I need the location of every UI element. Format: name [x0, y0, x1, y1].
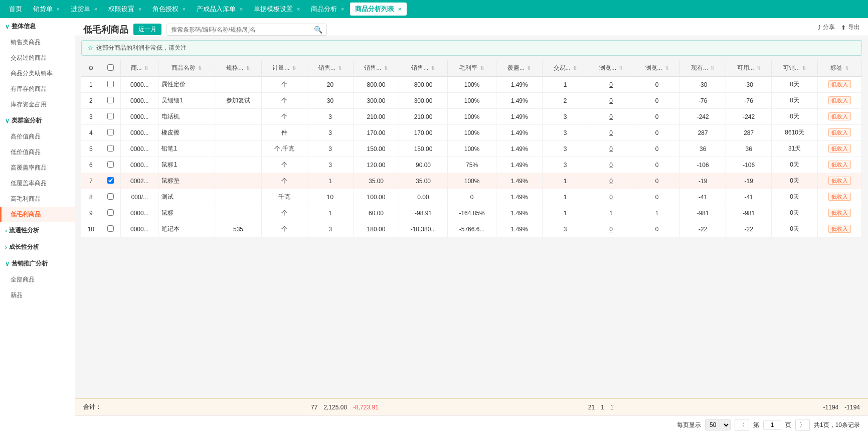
browse1-link[interactable]: 0 [609, 178, 613, 185]
row-check[interactable] [107, 209, 114, 216]
row-checkbox[interactable] [101, 173, 120, 189]
row-checkbox[interactable] [101, 141, 120, 157]
sidebar-group-growth[interactable]: › 成长性分析 [0, 239, 75, 255]
page-number-input[interactable] [763, 420, 781, 430]
share-button[interactable]: ⤴ 分享 [818, 23, 835, 32]
nav-permissions-close[interactable]: × [138, 6, 141, 12]
nav-purchase[interactable]: 进货单 × [66, 3, 102, 16]
nav-product-entry-close[interactable]: × [240, 6, 243, 12]
sidebar-item-low-margin[interactable]: 低毛利商品 [0, 207, 75, 222]
browse1-link[interactable]: 0 [609, 162, 613, 169]
filter-recent-month[interactable]: 近一月 [133, 24, 161, 35]
nav-purchase-close[interactable]: × [94, 6, 97, 12]
sidebar-group-liquidity[interactable]: › 流通性分析 [0, 222, 75, 239]
sidebar-item-sales-goods[interactable]: 销售类商品 [0, 35, 75, 50]
row-browse1[interactable]: 0 [588, 173, 634, 189]
nav-sales[interactable]: 销货单 × [28, 3, 65, 16]
col-current-stock[interactable]: 现有... ⇅ [680, 60, 726, 77]
sidebar-item-category-sales[interactable]: 商品分类助销率 [0, 66, 75, 81]
sidebar-item-traded-goods[interactable]: 交易过的商品 [0, 50, 75, 66]
browse1-link[interactable]: 0 [609, 129, 613, 136]
row-browse1[interactable]: 0 [588, 77, 634, 93]
nav-template-close[interactable]: × [297, 6, 300, 12]
sidebar-item-all-goods[interactable]: 全部商品 [0, 272, 75, 287]
nav-product-entry[interactable]: 产成品入库单 × [192, 3, 248, 16]
sidebar-item-low-value[interactable]: 低价值商品 [0, 144, 75, 160]
browse1-link[interactable]: 1 [609, 210, 613, 217]
nav-analysis-list-close[interactable]: × [398, 6, 401, 12]
row-checkbox[interactable] [101, 205, 120, 221]
nav-analysis[interactable]: 商品分析 × [306, 3, 349, 16]
row-check[interactable] [107, 193, 114, 200]
col-tag[interactable]: 标签 ⇅ [817, 60, 861, 77]
col-coverage[interactable]: 覆盖... ⇅ [496, 60, 543, 77]
sidebar-item-inventory-capital[interactable]: 库存资金占用 [0, 97, 75, 112]
row-checkbox[interactable] [101, 221, 120, 237]
search-input[interactable] [171, 26, 314, 33]
nav-analysis-close[interactable]: × [341, 6, 344, 12]
row-checkbox[interactable] [101, 189, 120, 205]
nav-analysis-list[interactable]: 商品分析列表 × [350, 3, 406, 16]
row-browse1[interactable]: 0 [588, 93, 634, 109]
nav-home[interactable]: 首页 [4, 3, 27, 16]
row-checkbox[interactable] [101, 157, 120, 173]
col-available[interactable]: 可用... ⇅ [726, 60, 772, 77]
sidebar-item-high-margin[interactable]: 高毛利商品 [0, 191, 75, 207]
col-sellable[interactable]: 可销... ⇅ [772, 60, 818, 77]
col-browse2[interactable]: 浏览... ⇅ [634, 60, 680, 77]
nav-roles-close[interactable]: × [183, 6, 186, 12]
row-check[interactable] [107, 97, 114, 103]
row-check[interactable] [107, 145, 114, 152]
browse1-link[interactable]: 0 [609, 113, 613, 120]
row-browse1[interactable]: 0 [588, 141, 634, 157]
row-check[interactable] [107, 81, 114, 87]
sidebar-group-cluster[interactable]: ∨ 类群室分析 [0, 112, 75, 129]
nav-template[interactable]: 单据模板设置 × [249, 3, 305, 16]
sidebar-item-high-coverage[interactable]: 高覆盖率商品 [0, 160, 75, 176]
sidebar-group-marketing[interactable]: ∨ 营销推广分析 [0, 255, 75, 272]
row-browse1[interactable]: 0 [588, 157, 634, 173]
row-checkbox[interactable] [101, 93, 120, 109]
select-all-checkbox[interactable] [107, 64, 114, 71]
row-check[interactable] [107, 129, 114, 135]
col-spec[interactable]: 规格... ⇅ [215, 60, 262, 77]
col-settings[interactable]: ⚙ [81, 60, 101, 77]
row-checkbox[interactable] [101, 77, 120, 93]
nav-sales-close[interactable]: × [57, 6, 60, 12]
col-sales-profit[interactable]: 销售... ⇅ [399, 60, 448, 77]
row-checkbox[interactable] [101, 125, 120, 141]
sidebar-item-low-coverage[interactable]: 低覆盖率商品 [0, 176, 75, 191]
col-name[interactable]: 商品名称 ⇅ [158, 60, 215, 77]
row-check[interactable] [107, 225, 114, 232]
export-button[interactable]: ⬆ 导出 [841, 23, 860, 32]
nav-permissions[interactable]: 权限设置 × [103, 3, 146, 16]
page-size-select[interactable]: 50 20 100 [705, 419, 731, 430]
browse1-link[interactable]: 0 [609, 81, 613, 88]
browse1-link[interactable]: 0 [609, 226, 613, 233]
row-browse1[interactable]: 0 [588, 109, 634, 125]
row-browse1[interactable]: 0 [588, 125, 634, 141]
browse1-link[interactable]: 0 [609, 97, 613, 104]
row-checkbox[interactable] [101, 109, 120, 125]
nav-roles[interactable]: 角色授权 × [147, 3, 191, 16]
col-gross-margin[interactable]: 毛利率 ⇅ [447, 60, 496, 77]
browse1-link[interactable]: 0 [609, 146, 613, 153]
row-browse1[interactable]: 0 [588, 189, 634, 205]
col-sales-qty[interactable]: 销售... ⇅ [307, 60, 354, 77]
search-icon[interactable]: 🔍 [314, 26, 322, 34]
prev-page-button[interactable]: 〈 [735, 419, 749, 431]
browse1-link[interactable]: 0 [609, 194, 613, 201]
row-check[interactable] [107, 161, 114, 168]
col-checkbox[interactable] [101, 60, 120, 77]
row-check[interactable] [107, 113, 114, 119]
sidebar-group-overall[interactable]: ∨ 整体信息 [0, 18, 75, 35]
col-code[interactable]: 商... ⇅ [121, 60, 158, 77]
sidebar-item-inventory-goods[interactable]: 有库存的商品 [0, 81, 75, 97]
col-sales-price[interactable]: 销售... ⇅ [353, 60, 399, 77]
next-page-button[interactable]: 〉 [795, 419, 810, 431]
row-check[interactable] [107, 177, 114, 184]
col-unit[interactable]: 计量... ⇅ [261, 60, 307, 77]
row-browse1[interactable]: 1 [588, 205, 634, 221]
row-browse1[interactable]: 0 [588, 221, 634, 237]
col-trans[interactable]: 交易... ⇅ [542, 60, 588, 77]
